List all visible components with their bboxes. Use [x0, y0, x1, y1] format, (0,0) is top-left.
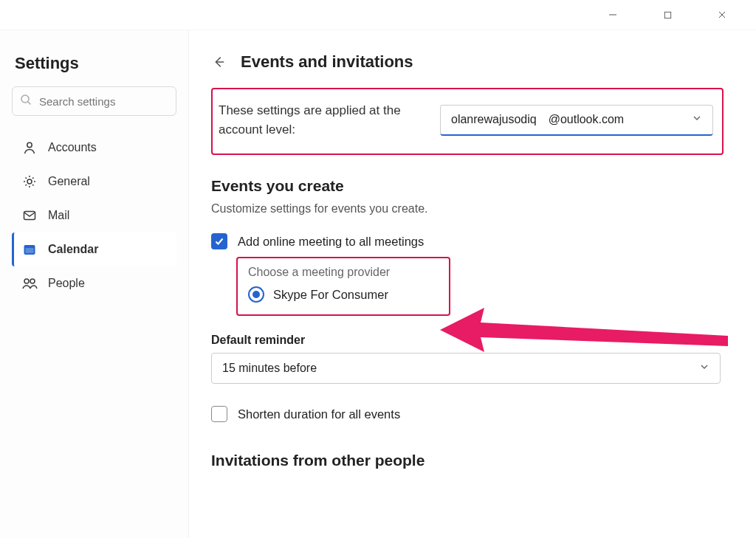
close-button[interactable]: [709, 1, 735, 28]
provider-skype-radio[interactable]: Skype For Consumer: [248, 286, 439, 303]
svg-point-6: [27, 142, 32, 147]
mail-icon: [21, 207, 38, 224]
add-online-label: Add online meeting to all meetings: [238, 235, 424, 249]
svg-point-11: [24, 279, 29, 283]
svg-rect-1: [664, 12, 670, 18]
sidebar-item-label: Mail: [48, 209, 69, 222]
sidebar-item-calendar[interactable]: Calendar: [12, 232, 176, 266]
reminder-label: Default reminder: [211, 334, 724, 347]
reminder-value: 15 minutes before: [222, 362, 317, 375]
shorten-label: Shorten duration for all events: [238, 407, 400, 421]
maximize-button[interactable]: [654, 1, 681, 28]
gear-icon: [21, 173, 38, 190]
settings-window: Settings Accounts General Mail: [0, 0, 756, 538]
invitations-heading: Invitations from other people: [211, 452, 724, 469]
sidebar-item-accounts[interactable]: Accounts: [12, 131, 176, 165]
search-input[interactable]: [38, 94, 181, 108]
svg-point-12: [30, 279, 35, 283]
account-scope-row: These settings are applied at the accoun…: [211, 88, 724, 155]
page-header: Events and invitations: [211, 52, 741, 72]
svg-rect-8: [24, 212, 35, 220]
sidebar-item-label: Calendar: [48, 243, 98, 256]
window-controls: [599, 0, 756, 30]
search-icon: [20, 94, 32, 108]
sidebar-item-label: People: [48, 277, 85, 290]
radio-selected-icon: [248, 286, 264, 303]
account-dropdown[interactable]: olanrewajusodiq @outlook.com: [440, 105, 713, 136]
svg-rect-10: [26, 248, 34, 253]
reminder-dropdown[interactable]: 15 minutes before: [211, 353, 721, 384]
sidebar-item-label: Accounts: [48, 141, 97, 154]
account-domain: @outlook.com: [549, 113, 625, 126]
sidebar-item-mail[interactable]: Mail: [12, 199, 176, 232]
account-user: olanrewajusodiq: [451, 113, 537, 126]
chevron-down-icon: [692, 113, 702, 126]
back-button[interactable]: [211, 55, 226, 69]
page-title: Events and invitations: [241, 52, 413, 72]
svg-point-7: [27, 179, 32, 184]
add-online-meeting-checkbox[interactable]: Add online meeting to all meetings: [211, 233, 724, 249]
account-scope-text: These settings are applied at the accoun…: [219, 101, 440, 139]
chevron-down-icon: [699, 362, 709, 375]
minimize-button[interactable]: [599, 1, 626, 28]
provider-label: Choose a meeting provider: [248, 266, 439, 279]
shorten-duration-checkbox[interactable]: Shorten duration for all events: [211, 406, 724, 422]
events-heading: Events you create: [211, 177, 724, 195]
sidebar-item-general[interactable]: General: [12, 165, 176, 199]
sidebar: Settings Accounts General Mail: [0, 30, 189, 538]
svg-line-5: [28, 102, 31, 105]
people-icon: [21, 275, 38, 292]
calendar-icon: [21, 241, 38, 258]
person-icon: [21, 139, 38, 156]
sidebar-item-people[interactable]: People: [12, 266, 176, 300]
sidebar-title: Settings: [15, 54, 176, 73]
checkbox-empty-icon: [211, 406, 227, 422]
settings-scroll[interactable]: These settings are applied at the accoun…: [189, 88, 741, 538]
svg-point-4: [21, 95, 29, 103]
sidebar-item-label: General: [48, 175, 90, 188]
search-settings[interactable]: [12, 86, 176, 116]
sidebar-nav: Accounts General Mail Calendar People: [12, 131, 176, 300]
meeting-provider-panel: Choose a meeting provider Skype For Cons…: [236, 257, 450, 316]
main-panel: Events and invitations These settings ar…: [189, 30, 756, 538]
checkbox-checked-icon: [211, 233, 227, 249]
provider-name: Skype For Consumer: [273, 288, 388, 302]
events-subtext: Customize settings for events you create…: [211, 202, 724, 215]
